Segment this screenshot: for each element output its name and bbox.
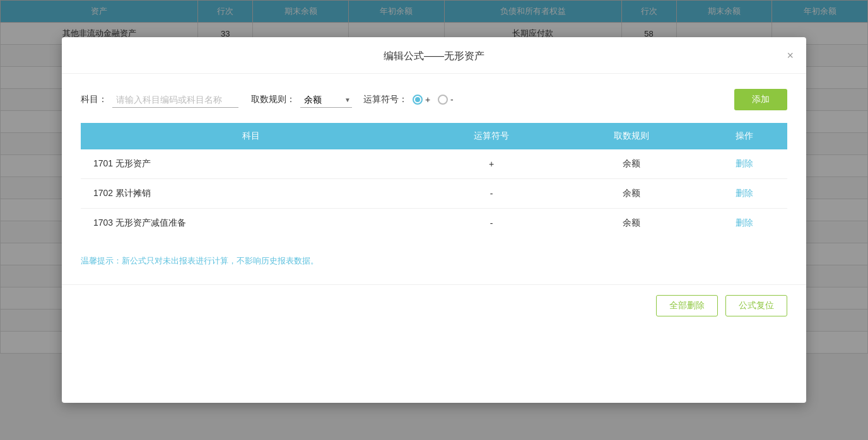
rule-group: 取数规则： 余额 借方 贷方 借方累计 贷方累计 ▼ xyxy=(251,92,351,108)
subject-group: 科目： xyxy=(81,92,238,108)
cell-action: 删除 xyxy=(701,149,787,179)
delete-all-button[interactable]: 全部删除 xyxy=(656,295,718,316)
radio-plus-circle xyxy=(413,95,423,105)
operator-label: 运算符号： xyxy=(363,94,408,105)
formula-table: 科目 运算符号 取数规则 操作 1701 无形资产+余额删除1702 累计摊销-… xyxy=(81,123,787,238)
cell-action: 删除 xyxy=(701,179,787,209)
radio-minus[interactable]: - xyxy=(438,95,454,105)
cell-rule: 余额 xyxy=(561,209,701,238)
col-operator: 运算符号 xyxy=(421,123,561,149)
cell-subject: 1702 累计摊销 xyxy=(81,179,421,209)
cell-action: 删除 xyxy=(701,209,787,238)
subject-input[interactable] xyxy=(112,92,238,108)
modal-title: 编辑公式——无形资产 xyxy=(384,50,484,61)
rule-select-wrap: 余额 借方 贷方 借方累计 贷方累计 ▼ xyxy=(300,92,351,108)
radio-plus[interactable]: + xyxy=(413,95,430,105)
table-row: 1701 无形资产+余额删除 xyxy=(81,149,787,179)
radio-plus-label: + xyxy=(425,95,430,105)
operator-group: 运算符号： + - xyxy=(363,94,454,105)
col-rule: 取数规则 xyxy=(561,123,701,149)
rule-label: 取数规则： xyxy=(251,94,295,105)
col-action: 操作 xyxy=(701,123,787,149)
delete-link[interactable]: 删除 xyxy=(736,158,753,168)
cell-rule: 余额 xyxy=(561,179,701,209)
table-row: 1703 无形资产减值准备-余额删除 xyxy=(81,209,787,238)
subject-label: 科目： xyxy=(81,94,107,105)
modal-dialog: 编辑公式——无形资产 × 科目： 取数规则： 余额 借方 贷方 xyxy=(62,37,806,403)
reset-button[interactable]: 公式复位 xyxy=(725,295,787,316)
delete-link[interactable]: 删除 xyxy=(736,217,753,228)
modal-footer: 全部删除 公式复位 xyxy=(62,284,806,329)
rule-select[interactable]: 余额 借方 贷方 借方累计 贷方累计 xyxy=(300,92,352,108)
delete-link[interactable]: 删除 xyxy=(736,188,753,198)
modal-overlay: 编辑公式——无形资产 × 科目： 取数规则： 余额 借方 贷方 xyxy=(0,0,868,440)
form-row: 科目： 取数规则： 余额 借方 贷方 借方累计 贷方累计 ▼ xyxy=(81,89,787,110)
col-subject: 科目 xyxy=(81,123,421,149)
table-row: 1702 累计摊销-余额删除 xyxy=(81,179,787,209)
cell-subject: 1701 无形资产 xyxy=(81,149,421,179)
cell-subject: 1703 无形资产减值准备 xyxy=(81,209,421,238)
radio-minus-label: - xyxy=(450,95,454,105)
cell-rule: 余额 xyxy=(561,149,701,179)
modal-body: 科目： 取数规则： 余额 借方 贷方 借方累计 贷方累计 ▼ xyxy=(62,74,806,284)
cell-operator: + xyxy=(421,149,561,179)
add-button[interactable]: 添加 xyxy=(734,89,787,110)
close-button[interactable]: × xyxy=(787,50,794,61)
modal-header: 编辑公式——无形资产 × xyxy=(62,37,806,74)
cell-operator: - xyxy=(421,209,561,238)
cell-operator: - xyxy=(421,179,561,209)
radio-minus-circle xyxy=(438,95,448,105)
radio-group: + - xyxy=(413,95,454,105)
hint-text: 温馨提示：新公式只对未出报表进行计算，不影响历史报表数据。 xyxy=(81,250,787,272)
